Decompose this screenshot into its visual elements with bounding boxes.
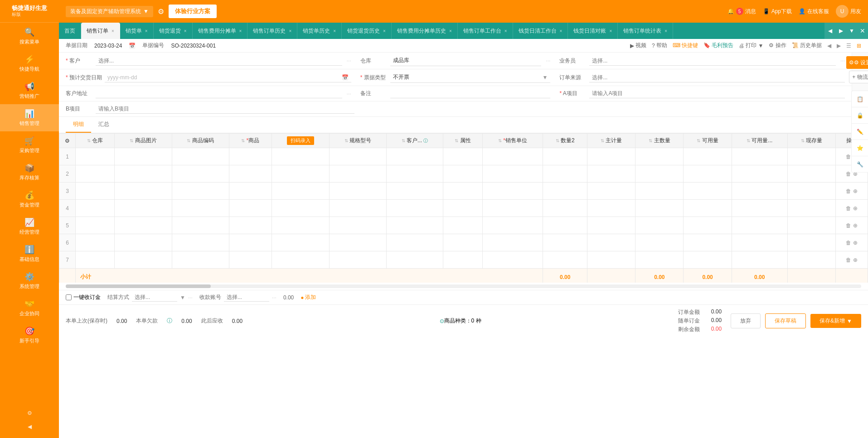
tab-close-icon[interactable]: ×	[504, 29, 507, 34]
row-code[interactable]	[172, 148, 229, 165]
tab-return-history[interactable]: 销货退货历史 ×	[342, 23, 392, 39]
sidebar-item-operations[interactable]: 📈 经营管理	[0, 213, 59, 240]
row-image[interactable]	[115, 148, 172, 165]
tabbar-next-btn[interactable]: ▶	[835, 23, 846, 39]
sidebar-item-quick-nav[interactable]: ⚡ 快捷导航	[0, 50, 59, 77]
delivery-date-input[interactable]: yyyy-mm-dd 📅	[105, 73, 351, 82]
sidebar-item-sales[interactable]: 📊 销售管理	[0, 104, 59, 131]
col-scan[interactable]: 扫码录入	[272, 134, 329, 148]
col-unit[interactable]: ⇅ *销售单位	[482, 134, 543, 148]
b-project-input[interactable]	[96, 104, 354, 114]
tab-summary[interactable]: 汇总	[91, 117, 116, 133]
tab-expense-split[interactable]: 销售费用分摊单 ×	[193, 23, 248, 39]
delete-row-icon[interactable]: 🗑	[846, 257, 851, 263]
table-scroll-container[interactable]: ⚙ ⇅ 仓库 ⇅ 商品图片 ⇅ 商品编码 ⇅ *商品 扫码录入 ⇅ 规格型号 ⇅…	[59, 133, 868, 283]
col-image[interactable]: ⇅ 商品图片	[115, 134, 172, 148]
sidebar-collapse-btn[interactable]: ◀	[0, 420, 59, 433]
sidebar-item-basic-info[interactable]: ℹ️ 基础信息	[0, 240, 59, 267]
delete-row-icon[interactable]: 🗑	[846, 222, 851, 229]
tab-expense-history[interactable]: 销售费用分摊单历史 ×	[392, 23, 458, 39]
tabbar-close-all-btn[interactable]: ✕	[857, 23, 868, 39]
tab-reconcile[interactable]: 钱货日清对账 ×	[568, 23, 618, 39]
tab-close-icon[interactable]: ×	[664, 29, 667, 34]
col-available[interactable]: ⇅ 可用量	[684, 134, 732, 148]
settings-config-btn[interactable]: ⚙ ⚙ 设置	[846, 56, 868, 69]
row-attr[interactable]	[443, 148, 482, 165]
row-scan[interactable]	[272, 148, 329, 165]
save-draft-button[interactable]: 保存草稿	[765, 313, 806, 328]
col-product[interactable]: ⇅ *商品	[229, 134, 272, 148]
calendar-icon[interactable]: 📅	[129, 43, 136, 49]
copy-row-icon[interactable]: ⊕	[853, 222, 858, 229]
shortcut-btn[interactable]: ⌨ 快捷键	[673, 42, 698, 49]
tab-close-icon[interactable]: ×	[449, 29, 452, 34]
tab-close-icon[interactable]: ×	[560, 29, 563, 34]
tab-close-icon[interactable]: ×	[383, 29, 386, 34]
product-count-icon[interactable]: ⊙	[440, 318, 444, 324]
delete-row-icon[interactable]: 🗑	[846, 188, 851, 194]
salesperson-more-icon[interactable]: ···	[840, 58, 845, 64]
account-more-icon[interactable]: ···	[272, 294, 276, 301]
print-btn[interactable]: 🖨 打印 ▼	[739, 42, 763, 49]
col-available2[interactable]: ⇅ 可用量...	[732, 134, 787, 148]
tab-cash-workbench[interactable]: 钱货日清工作台 ×	[513, 23, 568, 39]
col-main-qty[interactable]: ⇅ 主数量	[635, 134, 684, 148]
notification-item[interactable]: 🔔 5 消息	[727, 8, 756, 15]
row-available[interactable]	[684, 148, 732, 165]
online-service-item[interactable]: 👤 在线客服	[799, 8, 829, 15]
tab-close-icon[interactable]: ×	[289, 29, 291, 34]
sidebar-item-inventory[interactable]: 📦 库存核算	[0, 159, 59, 186]
one-click-payment-checkbox[interactable]	[66, 294, 72, 300]
row-available2[interactable]	[732, 148, 787, 165]
col-qty2[interactable]: ⇅ 数量2	[543, 134, 587, 148]
col-stock[interactable]: ⇅ 现存量	[787, 134, 835, 148]
col-attr[interactable]: ⇅ 属性	[443, 134, 482, 148]
sidebar-item-system[interactable]: ⚙️ 系统管理	[0, 267, 59, 294]
copy-row-icon[interactable]: ⊕	[853, 257, 858, 263]
sidebar-item-finance[interactable]: 💰 资金管理	[0, 186, 59, 213]
right-panel-edit-icon[interactable]: ✏️	[852, 124, 868, 140]
col-warehouse[interactable]: ⇅ 仓库	[76, 134, 115, 148]
row-stock[interactable]	[787, 148, 835, 165]
note-input[interactable]	[390, 89, 551, 98]
salesperson-input[interactable]	[589, 56, 836, 66]
col-code[interactable]: ⇅ 商品编码	[172, 134, 229, 148]
operation-btn[interactable]: ⚙ 操作	[769, 42, 786, 49]
row-customer-code[interactable]	[387, 148, 443, 165]
right-panel-tool-icon[interactable]: 🔧	[852, 156, 868, 173]
scrollbar-thumb[interactable]	[66, 284, 211, 288]
tab-detail[interactable]: 明细	[66, 117, 91, 133]
delete-row-icon[interactable]: 🗑	[846, 205, 851, 212]
logistics-btn[interactable]: + 物流	[849, 71, 868, 83]
row-spec[interactable]	[330, 148, 387, 165]
col-settings[interactable]: ⚙	[59, 134, 76, 148]
topbar-settings-icon[interactable]: ⚙	[158, 7, 164, 16]
invoice-type-select[interactable]: 不开票 ▼	[390, 72, 551, 83]
current-debt-info-icon[interactable]: ⓘ	[167, 317, 172, 325]
a-project-input[interactable]	[589, 89, 845, 98]
copy-row-icon[interactable]: ⊕	[853, 240, 858, 246]
history-btn[interactable]: 📜 历史单据	[792, 42, 822, 49]
delete-row-icon[interactable]: 🗑	[846, 171, 851, 177]
tabbar-menu-btn[interactable]: ▼	[846, 23, 857, 39]
delete-row-icon[interactable]: 🗑	[846, 154, 851, 160]
tabbar-prev-btn[interactable]: ◀	[824, 23, 835, 39]
tab-close-icon[interactable]: ×	[333, 29, 336, 34]
save-new-dropdown-icon[interactable]: ▼	[847, 318, 852, 324]
tab-invoice-history[interactable]: 销货单历史 ×	[297, 23, 342, 39]
payment-more-icon[interactable]: ···	[188, 294, 193, 301]
payment-method-input[interactable]	[132, 293, 177, 302]
user-item[interactable]: U 用友	[836, 5, 861, 18]
help-btn[interactable]: ? 帮助	[652, 42, 667, 49]
payment-dropdown-icon[interactable]: ▼	[180, 294, 185, 301]
date-picker-icon[interactable]: 📅	[342, 74, 349, 81]
tab-close-icon[interactable]: ×	[145, 29, 148, 34]
discard-button[interactable]: 放弃	[731, 313, 761, 328]
right-panel-clipboard-icon[interactable]: 📋	[852, 91, 868, 107]
sidebar-item-collaboration[interactable]: 🤝 企业协同	[0, 294, 59, 322]
page-prev-icon[interactable]: ◀	[827, 43, 831, 49]
system-name-display[interactable]: 装备及固定资产辅助管理系统 ▼	[66, 6, 153, 17]
col-spec[interactable]: ⇅ 规格型号	[330, 134, 387, 148]
grid-view-icon[interactable]: ⊞	[857, 43, 861, 49]
account-input[interactable]	[224, 293, 269, 302]
